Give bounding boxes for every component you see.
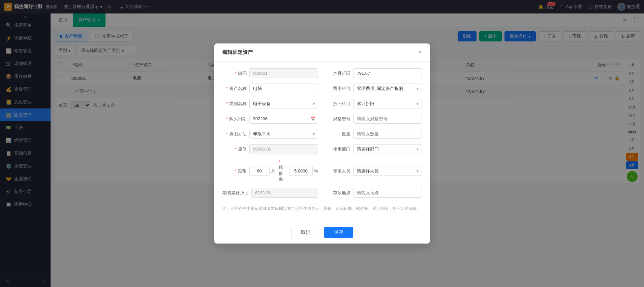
department-wrap: 请选择部门: [353, 144, 422, 154]
form-row-quantity: 数量: [326, 129, 422, 139]
dep-method-select[interactable]: 年限平均: [249, 129, 318, 139]
residual-rate-input[interactable]: [289, 166, 313, 176]
cancel-button[interactable]: 取消: [291, 227, 320, 238]
form-row-department: 使用部门 请选择部门: [326, 144, 422, 154]
calendar-icon[interactable]: 📅: [310, 117, 315, 121]
modal-note: 注：已经存在变更记录或者对应固定资产已经生成凭证，原值、购买日期、残值率、累计折…: [222, 203, 422, 214]
expense-subject-select[interactable]: 管理费用_固定资产折旧: [353, 84, 422, 93]
expense-subject-wrap: 管理费用_固定资产折旧: [353, 84, 422, 93]
department-select[interactable]: 请选择部门: [353, 144, 422, 154]
dep-subject-select[interactable]: 累计折旧: [353, 99, 422, 108]
user-select[interactable]: 请选择人员: [353, 166, 422, 176]
location-input[interactable]: [353, 188, 422, 198]
form-row-purchase-date: * 购买日期 📅: [222, 114, 318, 124]
form-row-asset-name: * 资产名称: [222, 84, 318, 93]
quantity-input[interactable]: [353, 129, 422, 139]
modal-overlay: 编辑固定资产 × * 编码 本月折旧 * 资产名称: [0, 0, 644, 287]
form-row-initial-dep: 期初累计折旧: [222, 188, 318, 198]
purchase-date-wrap: 📅: [249, 114, 318, 124]
modal-close-icon[interactable]: ×: [418, 49, 422, 56]
period-input[interactable]: [249, 166, 270, 176]
user-wrap: 请选择人员: [353, 166, 422, 176]
form-row-dep-method: * 折旧方法 年限平均: [222, 129, 318, 139]
form-row-period: * 期限 月 * 残值率 %: [222, 159, 318, 183]
form-row-model: 规格型号: [326, 114, 422, 124]
category-select[interactable]: 电子设备: [249, 99, 318, 108]
form-row-user: 使用人员 请选择人员: [326, 159, 422, 183]
modal-title: 编辑固定资产: [222, 49, 253, 56]
form-row-original-value: * 原值: [222, 144, 318, 154]
modal-body: * 编码 本月折旧 * 资产名称 费用科目: [214, 62, 430, 221]
modal-footer: 取消 保存: [214, 221, 430, 244]
form-row-dep-subject: 折旧科目 累计折旧: [326, 99, 422, 108]
form-row-expense-subject: 费用科目 管理费用_固定资产折旧: [326, 84, 422, 93]
dep-method-wrap: 年限平均: [249, 129, 318, 139]
dep-subject-wrap: 累计折旧: [353, 99, 422, 108]
form-row-location: 存放地点: [326, 188, 422, 198]
initial-dep-input[interactable]: [251, 188, 318, 198]
period-inline: 月 * 残值率 %: [249, 159, 318, 183]
model-input[interactable]: [353, 114, 422, 124]
purchase-date-input[interactable]: [249, 114, 318, 124]
form-row-category: * 类别名称 电子设备: [222, 99, 318, 108]
edit-asset-modal: 编辑固定资产 × * 编码 本月折旧 * 资产名称: [214, 43, 430, 244]
asset-name-input[interactable]: [249, 84, 318, 93]
modal-header: 编辑固定资产 ×: [214, 43, 430, 62]
form-row-code: * 编码: [222, 68, 318, 78]
category-wrap: 电子设备: [249, 99, 318, 108]
monthly-depreciation-input[interactable]: [353, 68, 422, 78]
form-row-monthly-dep: 本月折旧: [326, 68, 422, 78]
code-input[interactable]: [249, 68, 318, 78]
form-grid: * 编码 本月折旧 * 资产名称 费用科目: [222, 68, 422, 214]
original-value-input[interactable]: [249, 144, 318, 154]
save-button[interactable]: 保存: [324, 227, 353, 238]
